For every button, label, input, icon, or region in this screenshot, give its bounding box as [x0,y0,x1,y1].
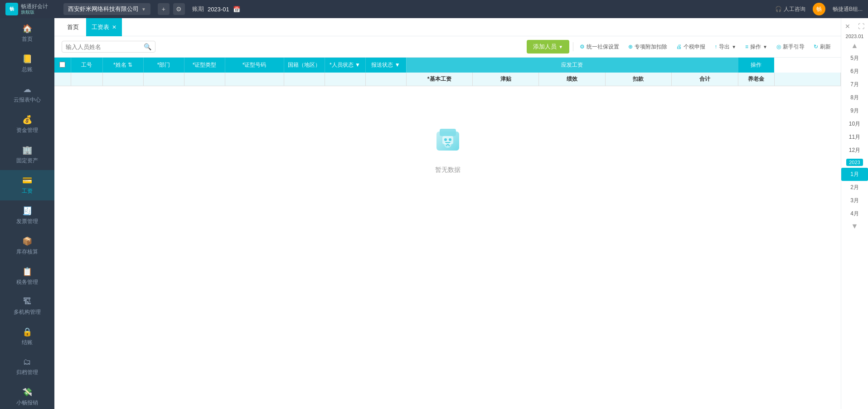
sidebar-item-archive[interactable]: 🗂 归档管理 [0,352,54,382]
tab-salary-table[interactable]: 工资表 ✕ [86,18,122,36]
add-person-button[interactable]: 添加人员 ▼ [527,40,569,54]
sidebar-item-tax[interactable]: 📋 税务管理 [0,261,54,292]
tab-close-icon[interactable]: ✕ [112,24,116,30]
month-2022-12[interactable]: 12月 [841,144,868,157]
logo-area: 畅 畅通好会计 旗舰版 [5,3,60,15]
special-deduct-button[interactable]: ⊕ 专项附加扣除 [626,41,670,53]
sidebar-item-label: 归档管理 [16,369,38,376]
col-country-header: 国籍（地区） [284,58,325,73]
settings-button[interactable]: ⚙ [173,3,185,15]
archive-icon: 🗂 [23,357,31,367]
add-button[interactable]: + [158,3,170,15]
sidebar-item-cloud[interactable]: ☁ 云报表中心 [0,79,54,109]
funds-icon: 💰 [22,115,32,125]
col-salary-group-header: 应发工资 [406,58,738,73]
col-action-header: 操作 [738,58,774,73]
company-selector[interactable]: 西安虾米网络科技有限公司 ▼ [63,3,150,15]
sidebar-item-label: 总账 [22,66,33,73]
sidebar-item-inventory[interactable]: 📦 库存核算 [0,231,54,261]
sidebar-item-salary[interactable]: 💳 工资 [0,170,54,200]
month-2023-04[interactable]: 4月 [841,207,868,220]
sidebar-item-ledger[interactable]: 📒 总账 [0,49,54,79]
salary-table: 工号 *姓名 ⇅ *部门 *证型类型 *证型号码 国籍（地区） *人员状态 ▼ … [54,58,841,86]
panel-expand-button[interactable]: ⛶ [858,23,864,30]
month-2023-01[interactable]: 1月 [841,168,868,181]
svg-point-7 [449,138,451,141]
sub-checkbox [54,73,71,86]
empty-state-text: 暂无数据 [435,166,461,174]
month-2023-02[interactable]: 2月 [841,181,868,194]
refresh-button[interactable]: ↻ 刷新 [811,41,834,53]
tax-report-button[interactable]: 🖨 个税申报 [674,41,708,53]
col-status-header: *人员状态 ▼ [325,58,365,73]
sidebar-item-label: 多机构管理 [14,308,41,316]
month-2023-03[interactable]: 3月 [841,194,868,207]
sidebar-item-label: 发票管理 [16,218,38,225]
sidebar-item-label: 工资 [22,187,33,195]
sidebar: 🏠 首页 📒 总账 ☁ 云报表中心 💰 资金管理 🏢 固定资产 💳 工资 🧾 发… [0,18,54,409]
operations-button[interactable]: ≡ 操作 ▼ [742,41,770,53]
col-cert-type-header: *证型类型 [184,58,225,73]
sidebar-item-label: 结账 [22,339,33,346]
sidebar-item-funds[interactable]: 💰 资金管理 [0,109,54,140]
user-name[interactable]: 畅捷通B组... [833,5,863,13]
right-panel-title-row: ✕ ⛶ [841,20,868,33]
svg-rect-1 [440,129,456,136]
month-2022-07[interactable]: 7月 [841,78,868,91]
close-period-icon: 🔒 [22,327,32,337]
guide-circle-icon: ◎ [776,44,781,50]
export-button[interactable]: ↑ 导出 ▼ [712,41,739,53]
col-id-header: 工号 [71,58,102,73]
social-security-button[interactable]: ⚙ 统一社保设置 [577,41,622,53]
col-checkbox [54,58,71,73]
calendar-icon[interactable]: 📅 [233,6,240,13]
expense-icon: 💸 [22,387,32,397]
period-label: 账期 [192,5,204,13]
month-2022-10[interactable]: 10月 [841,117,868,131]
panel-close-button[interactable]: ✕ [845,23,850,30]
export-icon: ↑ [714,44,717,50]
sidebar-item-home[interactable]: 🏠 首页 [0,18,54,49]
sub-subsidy: 津贴 [472,73,538,86]
svg-point-6 [444,138,447,141]
toolbar: 🔍 添加人员 ▼ ⚙ 统一社保设置 ⊕ 专项附加扣除 🖨 个税申报 ↑ [54,36,841,58]
svg-rect-8 [445,142,451,143]
sub-name [102,73,143,86]
sidebar-item-close[interactable]: 🔒 结账 [0,321,54,352]
col-cert-no-header: *证型号码 [225,58,284,73]
toolbar-divider [573,42,573,51]
month-2022-08[interactable]: 8月 [841,91,868,104]
tab-bar: 首页 工资表 ✕ [54,18,841,36]
new-guide-button[interactable]: ◎ 新手引导 [774,41,807,53]
sidebar-item-expense[interactable]: 💸 小畅报销 [0,382,54,409]
scroll-up-button[interactable]: ▲ [849,40,860,52]
settings-icon: ⚙ [580,44,585,50]
chevron-down-icon: ▼ [763,44,767,49]
scroll-down-button[interactable]: ▼ [849,220,860,232]
month-2022-05[interactable]: 5月 [841,52,868,65]
sidebar-item-invoice[interactable]: 🧾 发票管理 [0,200,54,231]
search-input[interactable] [66,44,142,50]
print-icon: 🖨 [676,44,682,50]
sidebar-item-label: 资金管理 [16,127,38,134]
sidebar-item-label: 首页 [22,35,33,43]
chevron-down-icon: ▼ [732,44,736,49]
sidebar-item-label: 固定资产 [16,157,38,165]
sidebar-item-assets[interactable]: 🏢 固定资产 [0,140,54,170]
col-name-header: *姓名 ⇅ [102,58,143,73]
top-header: 畅 畅通好会计 旗舰版 西安虾米网络科技有限公司 ▼ + ⚙ 账期 2023-0… [0,0,868,18]
search-input-wrap: 🔍 [62,41,155,53]
month-2022-09[interactable]: 9月 [841,104,868,117]
tab-home[interactable]: 首页 [62,18,84,36]
period-info: 账期 2023-01 📅 [192,5,240,13]
company-name: 西安虾米网络科技有限公司 [68,5,139,13]
select-all-checkbox[interactable] [59,62,65,68]
right-panel: ✕ ⛶ 2023.01 ▲ 5月 6月 7月 8月 9月 10月 11月 12月… [841,18,868,409]
month-2022-06[interactable]: 6月 [841,65,868,78]
logo-text: 畅通好会计 旗舰版 [21,3,48,15]
sub-insurance: 养老金 [738,73,774,86]
sidebar-item-multi[interactable]: 🏗 多机构管理 [0,292,54,321]
month-2022-11[interactable]: 11月 [841,131,868,144]
empty-state: 暂无数据 [54,86,841,210]
service-button[interactable]: 🎧 人工咨询 [775,5,805,13]
